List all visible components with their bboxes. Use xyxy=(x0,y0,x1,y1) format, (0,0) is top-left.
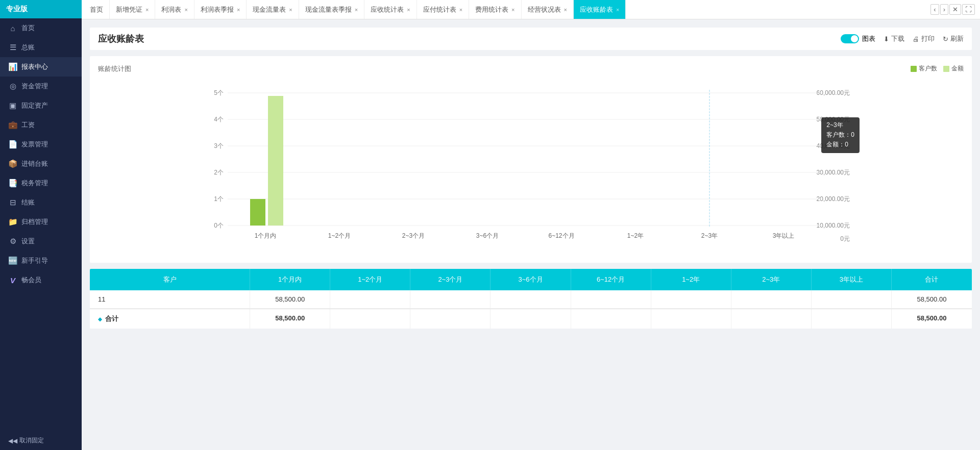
col-y3plus: 3年以上 xyxy=(812,269,892,290)
sidebar-item-guide[interactable]: 🆕 新手引导 xyxy=(0,251,82,270)
sidebar-pin-toggle[interactable]: ◀◀ 取消固定 xyxy=(0,431,82,450)
tab-expense-stats-close[interactable]: × xyxy=(511,7,514,13)
print-button[interactable]: 🖨 打印 xyxy=(913,34,935,43)
tab-ar-aging-close[interactable]: × xyxy=(616,7,619,13)
sidebar-item-tax[interactable]: 📑 税务管理 xyxy=(0,173,82,193)
sidebar-item-invoice[interactable]: 📄 发票管理 xyxy=(0,135,82,154)
tab-new-voucher-close[interactable]: × xyxy=(145,7,149,13)
tab-cashflow-close[interactable]: × xyxy=(289,7,292,13)
tab-close-all[interactable]: ✕ xyxy=(949,4,961,15)
tab-scroll-right[interactable]: › xyxy=(940,4,948,15)
tab-cashflow-quarterly-label: 现金流量表季报 xyxy=(305,5,352,14)
sidebar-item-label: 资金管理 xyxy=(21,82,48,91)
legend-amount: 金额 xyxy=(943,64,964,73)
y-label-5: 5个 xyxy=(214,89,224,96)
footer-total: 58,500.00 xyxy=(892,309,972,329)
sidebar-item-close[interactable]: ⊟ 结账 xyxy=(0,193,82,212)
refresh-icon: ↻ xyxy=(943,35,948,43)
salary-icon: 💼 xyxy=(8,120,17,130)
tab-maximize[interactable]: ⛶ xyxy=(962,4,975,15)
page-actions: 图表 ⬇ 下载 🖨 打印 ↻ 刷新 xyxy=(841,34,964,43)
tab-cashflow-label: 现金流量表 xyxy=(253,5,286,14)
pin-icon: ◀◀ xyxy=(8,437,17,444)
sidebar-item-settings[interactable]: ⚙ 设置 xyxy=(0,232,82,251)
y-label-4: 4个 xyxy=(214,116,224,123)
chart-legend: 客户数 金额 xyxy=(911,64,964,73)
sidebar-item-assets[interactable]: ▣ 固定资产 xyxy=(0,96,82,115)
refresh-button[interactable]: ↻ 刷新 xyxy=(943,34,964,43)
close-accounts-icon: ⊟ xyxy=(8,198,17,207)
chart-title: 账龄统计图 xyxy=(98,64,964,73)
sidebar-item-archive[interactable]: 📁 归档管理 xyxy=(0,212,82,232)
tab-cashflow[interactable]: 现金流量表 × xyxy=(247,0,299,19)
col-m3-6: 3~6个月 xyxy=(491,269,571,290)
toggle-track[interactable] xyxy=(841,34,859,43)
x-label-y2-3: 2~3年 xyxy=(701,232,718,239)
y-label-1: 1个 xyxy=(214,195,224,203)
tab-cashflow-quarterly-close[interactable]: × xyxy=(355,7,358,13)
legend-customer-label: 客户数 xyxy=(919,64,937,73)
col-y1-2: 1~2年 xyxy=(651,269,731,290)
tab-ar-aging[interactable]: 应收账龄表 × xyxy=(574,0,626,19)
tab-ar-aging-label: 应收账龄表 xyxy=(580,5,613,14)
assets-icon: ▣ xyxy=(8,101,17,110)
download-button[interactable]: ⬇ 下载 xyxy=(884,34,904,43)
table-row: 11 58,500.00 58,500.00 xyxy=(90,290,972,309)
col-m6-12: 6~12个月 xyxy=(571,269,651,290)
footer-icon: ◆ xyxy=(98,316,102,322)
tab-profit-quarterly[interactable]: 利润表季报 × xyxy=(194,0,247,19)
tab-business-status-close[interactable]: × xyxy=(564,7,567,13)
tab-home[interactable]: 首页 xyxy=(84,0,110,19)
footer-label: 合计 xyxy=(105,314,118,323)
ledger-icon: ☰ xyxy=(8,43,17,52)
sidebar-item-label: 首页 xyxy=(21,23,35,33)
x-label-y1-2: 1~2年 xyxy=(627,232,644,239)
footer-m1: 58,500.00 xyxy=(250,309,330,329)
tab-profit-close[interactable]: × xyxy=(184,7,187,13)
x-label-m1-2: 1~2个月 xyxy=(328,232,351,239)
tab-ar-stats-close[interactable]: × xyxy=(407,7,410,13)
sidebar-item-salary[interactable]: 💼 工资 xyxy=(0,115,82,135)
tab-ar-stats[interactable]: 应收统计表 × xyxy=(364,0,416,19)
y-label-2: 2个 xyxy=(214,169,224,176)
tab-ap-stats[interactable]: 应付统计表 × xyxy=(417,0,469,19)
footer-m1-2 xyxy=(330,309,410,329)
tab-expense-stats[interactable]: 费用统计表 × xyxy=(469,0,521,19)
toggle-thumb xyxy=(851,35,858,42)
sidebar-item-reports[interactable]: 📊 报表中心 xyxy=(0,57,82,77)
sidebar-item-label: 设置 xyxy=(21,237,35,246)
tab-profit[interactable]: 利润表 × xyxy=(155,0,194,19)
legend-amount-dot xyxy=(943,66,949,72)
sidebar-item-label: 结账 xyxy=(21,198,35,207)
table-header: 客户 1个月内 1~2个月 2~3个月 3~6个月 6~12个月 1~2年 2~… xyxy=(90,269,972,290)
finance-icon: ◎ xyxy=(8,82,17,91)
print-label: 打印 xyxy=(921,34,935,43)
tab-new-voucher[interactable]: 新增凭证 × xyxy=(110,0,155,19)
footer-m3-6 xyxy=(491,309,571,329)
chart-toggle[interactable]: 图表 xyxy=(841,34,875,43)
tab-scroll-left[interactable]: ‹ xyxy=(930,4,939,15)
sidebar-item-home[interactable]: ⌂ 首页 xyxy=(0,18,82,38)
tab-business-status[interactable]: 经营状况表 × xyxy=(522,0,574,19)
reports-icon: 📊 xyxy=(8,62,17,71)
data-table: 客户 1个月内 1~2个月 2~3个月 3~6个月 6~12个月 1~2年 2~… xyxy=(90,269,972,329)
sidebar-item-ledger[interactable]: ☰ 总账 xyxy=(0,38,82,57)
tab-ar-stats-label: 应收统计表 xyxy=(371,5,404,14)
sidebar-item-vip[interactable]: V 畅会员 xyxy=(0,270,82,290)
bar-m1-amount xyxy=(268,96,283,226)
archive-icon: 📁 xyxy=(8,217,17,227)
tab-cashflow-quarterly[interactable]: 现金流量表季报 × xyxy=(299,0,364,19)
tab-profit-quarterly-close[interactable]: × xyxy=(237,7,240,13)
tab-new-voucher-label: 新增凭证 xyxy=(116,5,142,14)
sidebar-item-sales[interactable]: 📦 进销台账 xyxy=(0,154,82,173)
tab-ap-stats-close[interactable]: × xyxy=(459,7,462,13)
tab-expense-stats-label: 费用统计表 xyxy=(475,5,508,14)
content-area: 应收账龄表 图表 ⬇ 下载 🖨 打印 ↻ 刷新 xyxy=(82,19,980,450)
table-footer: ◆ 合计 58,500.00 58,500.00 xyxy=(90,309,972,329)
footer-label-cell: ◆ 合计 xyxy=(90,309,250,329)
sidebar: 专业版 ⌂ 首页 ☰ 总账 📊 报表中心 ◎ 资金管理 ▣ 固定资产 💼 工资 … xyxy=(0,0,82,450)
x-label-m3-6: 3~6个月 xyxy=(476,232,499,239)
sidebar-item-label: 税务管理 xyxy=(21,179,48,188)
sidebar-item-finance[interactable]: ◎ 资金管理 xyxy=(0,77,82,96)
row-total: 58,500.00 xyxy=(892,290,972,308)
